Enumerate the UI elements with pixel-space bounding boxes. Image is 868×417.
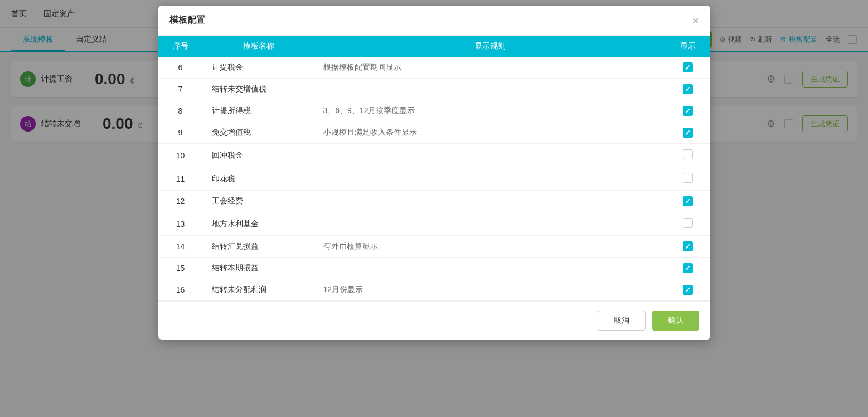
cell-name: 地方水利基金	[203, 212, 314, 236]
cell-rule	[314, 144, 666, 167]
cell-rule	[314, 212, 666, 236]
col-header-index: 序号	[158, 36, 203, 57]
cell-name: 计提所得税	[203, 100, 314, 122]
cell-rule: 根据模板配置期间显示	[314, 57, 666, 79]
col-header-name: 模板名称	[203, 36, 314, 57]
cell-name: 印花税	[203, 167, 314, 191]
cell-index: 16	[158, 279, 203, 301]
checkbox-checked[interactable]	[683, 263, 693, 273]
checkbox-unchecked[interactable]	[683, 218, 693, 228]
table-row: 10回冲税金	[158, 144, 710, 167]
cell-index: 14	[158, 236, 203, 258]
table-row: 8计提所得税3、6、9、12月按季度显示	[158, 100, 710, 122]
modal-title: 模板配置	[169, 14, 205, 26]
cell-index: 13	[158, 212, 203, 236]
modal-footer: 取消 确认	[158, 301, 710, 340]
template-config-modal: 模板配置 × 序号 模板名称 显示规则 显示 6计提税金根据模板配置期间显示7结…	[158, 6, 710, 340]
config-table: 序号 模板名称 显示规则 显示 6计提税金根据模板配置期间显示7结转未交增值税8…	[158, 36, 710, 301]
modal-body: 序号 模板名称 显示规则 显示 6计提税金根据模板配置期间显示7结转未交增值税8…	[158, 36, 710, 301]
checkbox-checked[interactable]	[683, 106, 693, 116]
table-header-row: 序号 模板名称 显示规则 显示	[158, 36, 710, 57]
cell-index: 15	[158, 258, 203, 279]
cell-checkbox[interactable]	[666, 144, 710, 167]
modal-header: 模板配置 ×	[158, 6, 710, 36]
checkbox-unchecked[interactable]	[683, 149, 693, 159]
cell-index: 9	[158, 122, 203, 144]
checkbox-checked[interactable]	[683, 62, 693, 72]
confirm-button[interactable]: 确认	[652, 311, 699, 331]
cell-name: 结转未交增值税	[203, 79, 314, 100]
cell-rule: 3、6、9、12月按季度显示	[314, 100, 666, 122]
checkbox-checked[interactable]	[683, 241, 693, 251]
cell-checkbox[interactable]	[666, 79, 710, 100]
modal-overlay: 模板配置 × 序号 模板名称 显示规则 显示 6计提税金根据模板配置期间显示7结…	[0, 0, 868, 417]
col-header-rule: 显示规则	[314, 36, 666, 57]
cell-name: 结转本期损益	[203, 258, 314, 279]
col-header-display: 显示	[666, 36, 710, 57]
checkbox-checked[interactable]	[683, 285, 693, 295]
cell-checkbox[interactable]	[666, 100, 710, 122]
cell-name: 结转汇兑损益	[203, 236, 314, 258]
cell-rule: 小规模且满足收入条件显示	[314, 122, 666, 144]
cell-index: 8	[158, 100, 203, 122]
cell-checkbox[interactable]	[666, 212, 710, 236]
cell-checkbox[interactable]	[666, 279, 710, 301]
table-row: 12工会经费	[158, 191, 710, 212]
checkbox-checked[interactable]	[683, 196, 693, 206]
table-row: 16结转未分配利润12月份显示	[158, 279, 710, 301]
cell-rule	[314, 258, 666, 279]
checkbox-checked[interactable]	[683, 84, 693, 94]
cell-index: 7	[158, 79, 203, 100]
cell-rule	[314, 191, 666, 212]
cell-checkbox[interactable]	[666, 236, 710, 258]
cell-name: 工会经费	[203, 191, 314, 212]
cell-checkbox[interactable]	[666, 167, 710, 191]
cell-rule: 有外币核算显示	[314, 236, 666, 258]
cell-checkbox[interactable]	[666, 258, 710, 279]
cell-rule	[314, 79, 666, 100]
table-row: 7结转未交增值税	[158, 79, 710, 100]
table-row: 14结转汇兑损益有外币核算显示	[158, 236, 710, 258]
cell-checkbox[interactable]	[666, 122, 710, 144]
cell-name: 免交增值税	[203, 122, 314, 144]
cell-index: 6	[158, 57, 203, 79]
cancel-button[interactable]: 取消	[598, 311, 646, 331]
cell-rule	[314, 167, 666, 191]
table-row: 11印花税	[158, 167, 710, 191]
table-row: 13地方水利基金	[158, 212, 710, 236]
cell-index: 12	[158, 191, 203, 212]
checkbox-unchecked[interactable]	[683, 173, 693, 183]
modal-close-button[interactable]: ×	[692, 15, 699, 26]
checkbox-checked[interactable]	[683, 128, 693, 138]
cell-rule: 12月份显示	[314, 279, 666, 301]
cell-name: 结转未分配利润	[203, 279, 314, 301]
cell-index: 10	[158, 144, 203, 167]
cell-checkbox[interactable]	[666, 57, 710, 79]
cell-name: 计提税金	[203, 57, 314, 79]
cell-name: 回冲税金	[203, 144, 314, 167]
table-row: 9免交增值税小规模且满足收入条件显示	[158, 122, 710, 144]
cell-index: 11	[158, 167, 203, 191]
table-row: 15结转本期损益	[158, 258, 710, 279]
cell-checkbox[interactable]	[666, 191, 710, 212]
table-row: 6计提税金根据模板配置期间显示	[158, 57, 710, 79]
